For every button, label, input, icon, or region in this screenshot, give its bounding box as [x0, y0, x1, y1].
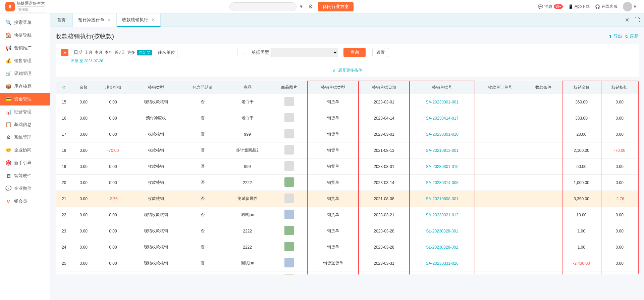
cell-amount: 2,100.00 [562, 142, 601, 159]
sidebar-item-operations[interactable]: 📊 经营管理 [0, 105, 50, 118]
tab-home[interactable]: 首页 [50, 13, 73, 27]
username-label: Rit [634, 4, 639, 9]
sidebar-item-inventory[interactable]: 📦 库存核算 [0, 80, 50, 93]
cell-amount: 1.00 [562, 223, 601, 239]
settings-icon[interactable]: ⚙ [62, 85, 66, 90]
cell-doc-type: 销货单 [308, 94, 359, 110]
dropdown-arrow-icon[interactable]: ▼ [299, 4, 304, 9]
cell-doc-date: 2023-03-28 [359, 223, 410, 239]
page-header: 收款核销执行(按收款) ⬆ 导出 ↻ 刷新 [56, 32, 639, 40]
purchase-icon: 🛒 [5, 71, 11, 77]
sidebar-item-search[interactable]: 🔍 搜索菜单 [0, 16, 50, 29]
app-download-item[interactable]: 📱 App下载 [568, 4, 590, 9]
filter-receipt-type-item: 单据类型 [252, 48, 338, 57]
setting-button[interactable]: 设置 [372, 48, 389, 57]
online-service-item[interactable]: 🎧 在线客服 [595, 4, 618, 9]
doc-no-link[interactable]: SL-20230328-002 [426, 245, 458, 250]
cell-product-img [271, 159, 308, 175]
hardware-icon: 🖥 [5, 173, 11, 179]
tab-writeoff[interactable]: 收款核销执行 ✕ [117, 13, 161, 27]
sidebar-label-system: 系统管理 [14, 134, 32, 140]
cell-doc-type: 销货单 [308, 126, 359, 142]
sidebar-item-hardware[interactable]: 🖥 智能硬件 [0, 169, 50, 182]
cell-type: 预收款核销 [131, 271, 181, 275]
cell-amount: 10.00 [562, 207, 601, 223]
cell-amount: 20.00 [562, 271, 601, 275]
table-row: 24 0.00 0.00 现结收款核销 否 2222 销货单 2023-03-2… [56, 239, 638, 255]
gear-button[interactable]: ⚙ [306, 2, 315, 11]
query-button[interactable]: 查询 [343, 48, 366, 57]
cell-write-off-discount: 0.00 [601, 223, 639, 239]
top-bar-left: 6 畅捷通谱好生意 标准版 [5, 1, 45, 12]
cell-balance: 0.00 [72, 207, 95, 223]
receipt-type-select[interactable] [271, 48, 338, 57]
cell-condition [525, 191, 562, 207]
cell-type: 收款核销 [131, 175, 181, 191]
sidebar-item-basic[interactable]: 📋 基础信息 [0, 118, 50, 131]
tab-prepay-close[interactable]: ✕ [108, 18, 111, 23]
date-more[interactable]: 更多 [127, 50, 135, 55]
message-item[interactable]: 💬 消息 99+ [538, 4, 563, 9]
sidebar-item-wechat[interactable]: 💬 企业微信 [0, 182, 50, 195]
cell-doc-no: SL-20230328-002 [410, 239, 475, 255]
sidebar-item-marketing[interactable]: 📢 营销推广 [0, 42, 50, 54]
cell-write-off-discount: 0.00 [601, 271, 639, 275]
industry-button[interactable]: 休闲行业方案 [318, 2, 354, 11]
sidebar-item-collab[interactable]: 🤝 企业协同 [0, 144, 50, 157]
counterparty-input[interactable] [177, 48, 237, 57]
operations-icon: 📊 [5, 109, 11, 115]
tab-expand-button[interactable]: ⛶ [633, 16, 641, 25]
doc-no-link[interactable]: SA-20210813-001 [426, 148, 459, 153]
doc-no-link[interactable]: SA-20230301-010 [426, 132, 459, 137]
cell-doc-type: 销货单 [308, 191, 359, 207]
doc-no-link[interactable]: SA-20210808-001 [426, 197, 459, 201]
cell-amount: 3,390.00 [562, 191, 601, 207]
user-item[interactable]: Rit [623, 2, 639, 11]
sidebar-item-nav[interactable]: 🏠 快捷导航 [0, 29, 50, 42]
tab-prepay[interactable]: 预付冲应付单 ✕ [73, 13, 117, 27]
col-header-settings: ⚙ [56, 81, 72, 94]
filter-expand-button[interactable]: » [61, 49, 68, 56]
sidebar-item-system[interactable]: ⚙ 系统管理 [0, 131, 50, 144]
cell-receipt-no [475, 271, 525, 275]
doc-no-link[interactable]: SL-20230328-001 [426, 229, 458, 233]
cell-included: 否 [181, 94, 224, 110]
cell-product-img [271, 239, 308, 255]
cell-doc-no: SA-20230301-010 [410, 159, 475, 175]
cell-product-img [271, 126, 308, 142]
message-badge: 99+ [554, 4, 563, 9]
product-img [284, 177, 294, 187]
product-img [284, 258, 294, 267]
col-header-doc-no: 核销单据号 [410, 81, 475, 94]
sidebar-item-purchase[interactable]: 🛒 采购管理 [0, 67, 50, 80]
sidebar-item-finance[interactable]: 💳 资金管理 [0, 93, 50, 105]
sidebar-item-member[interactable]: V 畅会员 [0, 195, 50, 208]
collab-icon: 🤝 [5, 147, 11, 153]
inventory-icon: 📦 [5, 83, 11, 89]
date-custom[interactable]: 自定义 [137, 50, 152, 55]
doc-no-link[interactable]: SA-20230414-017 [426, 116, 459, 121]
date-last-month[interactable]: 上月 [85, 50, 93, 55]
tab-writeoff-label: 收款核销执行 [122, 17, 148, 23]
tab-close-button[interactable]: ✕ [624, 15, 631, 25]
doc-no-link[interactable]: SA-20230301-001 [426, 100, 459, 104]
date-this-month[interactable]: 本月 [95, 50, 103, 55]
doc-no-link[interactable]: SA-20230301-010 [426, 164, 459, 169]
sidebar-item-guide[interactable]: 🎯 新手引导 [0, 157, 50, 169]
doc-no-link[interactable]: SA-20230321-012 [426, 213, 459, 217]
doc-no-link[interactable]: SA-20230331-026 [426, 261, 459, 266]
top-search-input[interactable] [229, 2, 297, 11]
doc-no-link[interactable]: SA-20230314-008 [426, 180, 459, 185]
cell-doc-no: SA-20230314-008 [410, 175, 475, 191]
tab-writeoff-close[interactable]: ✕ [152, 17, 155, 22]
sidebar-item-sales[interactable]: 💰 销售管理 [0, 54, 50, 67]
date-this-year[interactable]: 本年 [105, 50, 113, 55]
cell-type: 现结收款核销 [131, 94, 181, 110]
date-7days[interactable]: 近7天 [115, 50, 125, 55]
cell-included: 否 [181, 207, 224, 223]
cell-receipt-no [475, 159, 525, 175]
export-button[interactable]: ⬆ 导出 [608, 33, 622, 39]
refresh-button[interactable]: ↻ 刷新 [625, 33, 639, 39]
expand-more-btn[interactable]: ∨ 展开更多条件 [332, 68, 362, 73]
cell-receipt-no [475, 191, 525, 207]
